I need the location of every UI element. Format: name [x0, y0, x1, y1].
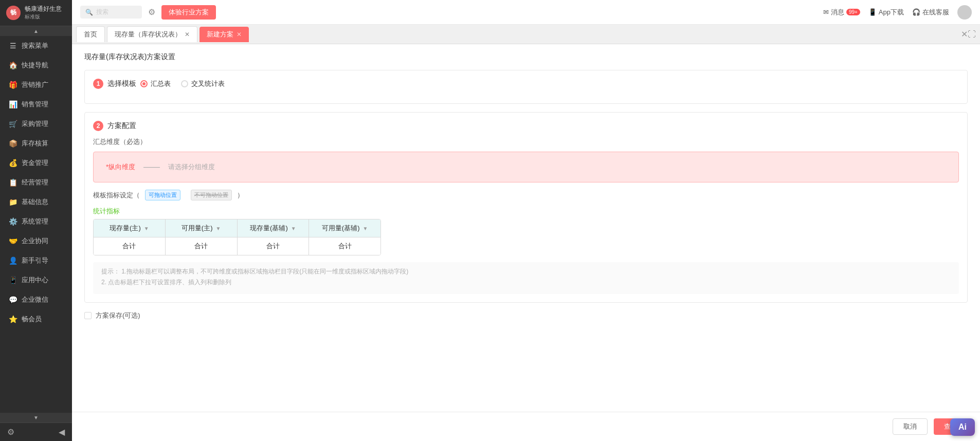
tab-close-new-plan[interactable]: ✕	[237, 31, 242, 38]
tab-new-plan[interactable]: 新建方案 ✕	[199, 27, 249, 42]
chevron-down-icon: ▼	[216, 226, 221, 231]
close-window-button[interactable]: ✕	[961, 29, 968, 39]
headset-icon: 🎧	[912, 8, 920, 16]
sidebar-item-inventory[interactable]: 📦 库存核算	[0, 134, 72, 153]
stats-cell-0-3: 合计	[309, 237, 380, 255]
toggle-sidebar-icon[interactable]: ◀	[59, 427, 65, 437]
tab-close-inventory[interactable]: ✕	[185, 31, 190, 38]
app-download-button[interactable]: 📱 App下载	[868, 8, 904, 17]
non-draggable-tag: 不可拖动位置	[191, 190, 232, 200]
sidebar-item-basic-info[interactable]: 📁 基础信息	[0, 192, 72, 212]
tab-label: 现存量（库存状况表）	[115, 30, 182, 39]
maximize-window-button[interactable]: ⛶	[968, 30, 976, 39]
sidebar-item-purchase[interactable]: 🛒 采购管理	[0, 114, 72, 134]
radio-cross-dot[interactable]	[181, 80, 188, 87]
chevron-down-icon: ▼	[363, 226, 368, 231]
tab-label: 首页	[84, 30, 97, 39]
tip-label: 提示：	[101, 268, 120, 275]
message-badge: 99+	[846, 9, 860, 15]
sidebar-logo: 畅 畅康通好生意 标准版	[0, 0, 72, 26]
stats-col-dropdown-3[interactable]: 可用量(基辅) ▼	[322, 224, 368, 233]
settings-icon[interactable]: ⚙	[148, 7, 155, 17]
sidebar: 畅 畅康通好生意 标准版 ▲ ☰ 搜索菜单 🏠 快捷导航 🎁 营销推广 📊 销售…	[0, 0, 72, 441]
indicator-settings: 模板指标设定（ 可拖动位置 不可拖动位置 ）	[93, 190, 959, 200]
user-profile[interactable]	[957, 5, 972, 20]
ai-button[interactable]: Ai	[950, 418, 975, 436]
sidebar-item-label: 库存核算	[22, 139, 48, 148]
stats-header-cell-0[interactable]: 现存量(主) ▼	[94, 219, 166, 237]
sidebar-item-wechat[interactable]: 💬 企业微信	[0, 290, 72, 309]
star-icon: ⭐	[8, 315, 17, 324]
header-left: 🔍 搜索 ⚙ 体验行业方案	[80, 5, 216, 20]
chat-icon: 💬	[8, 295, 17, 304]
sidebar-scroll-up[interactable]: ▲	[0, 26, 72, 36]
bottom-bar: 取消 查询	[72, 412, 980, 441]
radio-summary-label: 汇总表	[151, 79, 171, 88]
radio-summary-dot[interactable]	[140, 80, 148, 87]
user-icon: 👤	[8, 256, 17, 265]
message-button[interactable]: ✉ 消息 99+	[823, 8, 860, 17]
save-checkbox[interactable]	[84, 312, 92, 319]
phone-icon: 📱	[868, 8, 877, 16]
tab-inventory-status[interactable]: 现存量（库存状况表） ✕	[107, 26, 197, 42]
sidebar-item-label: 快捷导航	[22, 61, 48, 70]
radio-summary[interactable]: 汇总表	[140, 79, 171, 88]
dimension-placeholder[interactable]: 请选择分组维度	[168, 162, 215, 172]
stats-header-row: 现存量(主) ▼ 可用量(主) ▼ 现存量(基辅	[94, 219, 380, 237]
sidebar-item-label: 企业协同	[22, 236, 48, 246]
sidebar-item-sales[interactable]: 📊 销售管理	[0, 95, 72, 114]
stats-label: 统计指标	[93, 207, 959, 216]
sidebar-item-enterprise[interactable]: 🤝 企业协同	[0, 231, 72, 251]
customer-service-button[interactable]: 🎧 在线客服	[912, 8, 949, 17]
sidebar-item-finance[interactable]: 💰 资金管理	[0, 153, 72, 173]
industry-plan-button[interactable]: 体验行业方案	[161, 5, 216, 20]
tabs-bar: 首页 现存量（库存状况表） ✕ 新建方案 ✕ ✕ ⛶	[72, 25, 980, 44]
stats-header-cell-3[interactable]: 可用量(基辅) ▼	[309, 219, 380, 237]
save-label: 方案保存(可选)	[96, 311, 140, 320]
sidebar-item-marketing[interactable]: 🎁 营销推广	[0, 75, 72, 95]
dimension-label: 汇总维度（必选）	[93, 137, 959, 146]
tab-home[interactable]: 首页	[76, 26, 105, 42]
sidebar-item-operations[interactable]: 📋 经营管理	[0, 173, 72, 192]
sidebar-item-search-menu[interactable]: ☰ 搜索菜单	[0, 36, 72, 56]
radio-cross-label: 交叉统计表	[191, 79, 225, 88]
sidebar-item-quick-nav[interactable]: 🏠 快捷导航	[0, 56, 72, 75]
header-search[interactable]: 🔍 搜索	[80, 6, 142, 19]
step2-title: 方案配置	[107, 121, 136, 131]
sidebar-item-label: 资金管理	[22, 158, 48, 168]
save-option: 方案保存(可选)	[84, 311, 968, 320]
stats-header-cell-2[interactable]: 现存量(基辅) ▼	[238, 219, 310, 237]
gift-icon: 🎁	[8, 80, 17, 89]
content-area: 现存量(库存状况表)方案设置 1 选择模板 汇总表 交叉统计表	[72, 44, 980, 412]
indicator-label: 模板指标设定（ 可拖动位置 不可拖动位置 ）	[93, 190, 959, 200]
stats-table: 现存量(主) ▼ 可用量(主) ▼ 现存量(基辅	[93, 219, 381, 255]
sidebar-scroll-down[interactable]: ▼	[0, 413, 72, 422]
stats-col-dropdown-2[interactable]: 现存量(基辅) ▼	[250, 224, 296, 233]
sidebar-item-label: 应用中心	[22, 275, 48, 285]
stats-header-cell-1[interactable]: 可用量(主) ▼	[166, 219, 238, 237]
chart-icon: 📊	[8, 100, 17, 109]
app-name: 畅康通好生意 标准版	[25, 5, 62, 21]
step2-badge: 2	[93, 121, 103, 131]
mobile-icon: 📱	[8, 275, 17, 285]
sidebar-item-app-center[interactable]: 📱 应用中心	[0, 270, 72, 290]
stats-cell-0-1: 合计	[166, 237, 238, 255]
step2-header: 2 方案配置	[93, 121, 959, 131]
sidebar-item-label: 销售管理	[22, 100, 48, 109]
sidebar-item-system[interactable]: ⚙️ 系统管理	[0, 212, 72, 231]
stats-col-dropdown-1[interactable]: 可用量(主) ▼	[182, 224, 221, 233]
stats-col-dropdown-0[interactable]: 现存量(主) ▼	[110, 224, 149, 233]
radio-cross[interactable]: 交叉统计表	[181, 79, 225, 88]
settings-footer-icon[interactable]: ⚙	[7, 427, 14, 437]
sidebar-item-member[interactable]: ⭐ 畅会员	[0, 309, 72, 329]
cancel-button[interactable]: 取消	[893, 418, 928, 435]
tips-section: 提示： 1.拖动标题栏可以调整布局，不可跨维度或指标区域拖动栏目字段(只能在同一…	[93, 262, 959, 294]
dimension-arrow: ——	[143, 162, 160, 172]
sidebar-item-guide[interactable]: 👤 新手引导	[0, 251, 72, 270]
chevron-down-icon: ▼	[144, 226, 149, 231]
sidebar-item-label: 畅会员	[22, 315, 42, 324]
box-icon: 📦	[8, 139, 17, 148]
tip-item-1: 2. 点击标题栏下拉可设置排序、插入列和删除列	[101, 278, 951, 287]
app-logo-icon: 畅	[6, 6, 21, 20]
sidebar-item-label: 新手引导	[22, 256, 48, 265]
